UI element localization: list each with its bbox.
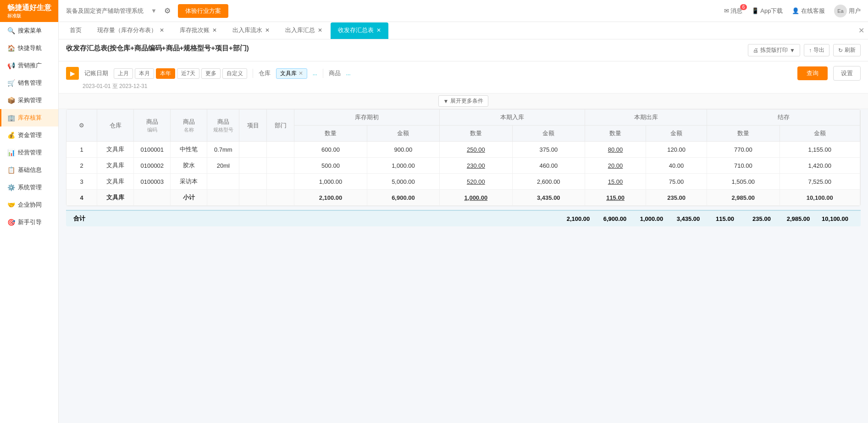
sidebar-icon-6: 💰 — [7, 132, 15, 139]
tab-close-4[interactable]: ✕ — [318, 27, 322, 33]
footer-val-4: 115.00 — [707, 215, 743, 222]
tab-1[interactable]: 现存量（库存分布表）✕ — [90, 22, 171, 39]
export-btn[interactable]: ↑ 导出 — [804, 44, 829, 56]
cell-inbound-qty-3[interactable]: 1,000.00 — [440, 190, 512, 206]
sidebar-item-营销推广[interactable]: 📢营销推广 — [0, 57, 58, 74]
settings-icon[interactable]: ⚙ — [79, 122, 84, 129]
cell-opening-amt-1: 1,000.00 — [367, 158, 439, 174]
cell-code-2: 0100003 — [134, 174, 171, 190]
footer-val-0: 2,100.00 — [560, 215, 597, 222]
user-avatar: Ea — [834, 5, 847, 17]
cell-name-2: 采访本 — [171, 174, 207, 190]
th-balance-qty: 数量 — [707, 126, 780, 142]
th-goods-spec: 商品规格型号 — [207, 110, 239, 142]
th-outbound-amt: 金额 — [646, 126, 707, 142]
date-btn-本月[interactable]: 本月 — [135, 68, 154, 79]
date-btn-自定义[interactable]: 自定义 — [222, 68, 247, 79]
trial-btn[interactable]: 体验行业方案 — [178, 4, 228, 18]
sidebar-icon-5: 🏢 — [7, 114, 15, 121]
warehouse-more-btn[interactable]: ... — [313, 70, 317, 77]
tab-0[interactable]: 首页 — [62, 22, 89, 39]
sidebar-label-2: 营销推广 — [18, 61, 42, 70]
tab-close-2[interactable]: ✕ — [212, 27, 217, 33]
user-btn[interactable]: Ea 用户 — [834, 5, 861, 17]
close-all-tabs-btn[interactable]: ✕ — [858, 26, 864, 35]
tab-3[interactable]: 出入库流水✕ — [225, 22, 277, 39]
date-btn-近7天[interactable]: 近7天 — [177, 68, 199, 79]
sidebar-item-基础信息[interactable]: 📋基础信息 — [0, 161, 58, 179]
refresh-btn[interactable]: ↻ 刷新 — [833, 44, 861, 56]
date-btn-更多[interactable]: 更多 — [201, 68, 221, 79]
filter-toggle-btn[interactable]: ▶ — [66, 67, 79, 80]
cell-inbound-qty-2[interactable]: 520.00 — [440, 174, 512, 190]
th-project: 项目 — [239, 110, 267, 142]
cell-balance-amt-2: 7,525.00 — [780, 174, 860, 190]
cell-inbound-amt-1: 460.00 — [512, 158, 585, 174]
cell-outbound-qty-1[interactable]: 20.00 — [585, 158, 646, 174]
th-warehouse: 仓库 — [97, 110, 134, 142]
sidebar-item-快捷导航[interactable]: 🏠快捷导航 — [0, 39, 58, 57]
cell-spec-2 — [207, 174, 239, 190]
message-badge: 6 — [740, 4, 747, 10]
sidebar-item-系统管理[interactable]: ⚙️系统管理 — [0, 179, 58, 196]
sidebar-item-采购管理[interactable]: 📦采购管理 — [0, 92, 58, 109]
tab-close-3[interactable]: ✕ — [265, 27, 270, 33]
tab-label-2: 库存批次账 — [180, 26, 210, 34]
date-btn-本年[interactable]: 本年 — [156, 68, 175, 79]
online-service-btn[interactable]: 👤 在线客服 — [792, 7, 825, 15]
warehouse-tag[interactable]: 文具库 ✕ — [276, 68, 307, 79]
tab-2[interactable]: 库存批次账✕ — [172, 22, 224, 39]
th-goods-code: 商品编码 — [134, 110, 171, 142]
sidebar-item-企业协同[interactable]: 🤝企业协同 — [0, 196, 58, 214]
sidebar-item-资金管理[interactable]: 💰资金管理 — [0, 126, 58, 144]
print-btn[interactable]: 🖨 拣货版打印 ▼ — [748, 44, 800, 56]
th-opening-qty: 数量 — [294, 126, 367, 142]
cell-inbound-amt-3: 3,435.00 — [512, 190, 585, 206]
cell-outbound-qty-0[interactable]: 80.00 — [585, 142, 646, 158]
sidebar-label-9: 系统管理 — [18, 183, 42, 192]
cell-no-1: 2 — [66, 158, 97, 174]
sidebar-icon-1: 🏠 — [7, 44, 15, 52]
page-title: 收发存汇总表(按仓库+商品编码+商品+规格型号+项目+部门) — [66, 44, 249, 53]
query-btn[interactable]: 查询 — [797, 66, 828, 80]
tab-label-5: 收发存汇总表 — [338, 26, 374, 34]
total-label: 合计 — [73, 214, 165, 223]
expand-conditions-btn[interactable]: ▼ 展开更多条件 — [438, 95, 489, 107]
cell-outbound-qty-3[interactable]: 115.00 — [585, 190, 646, 206]
date-btn-上月[interactable]: 上月 — [114, 68, 133, 79]
sidebar-item-销售管理[interactable]: 🛒销售管理 — [0, 74, 58, 92]
tab-close-5[interactable]: ✕ — [376, 27, 381, 33]
warehouse-remove-icon[interactable]: ✕ — [299, 70, 303, 77]
cell-spec-0: 0.7mm — [207, 142, 239, 158]
sidebar-icon-2: 📢 — [7, 62, 15, 69]
message-btn[interactable]: ✉ 消息 6 — [724, 7, 743, 15]
settings-icon[interactable]: ⚙ — [164, 6, 171, 15]
tab-4[interactable]: 出入库汇总✕ — [278, 22, 330, 39]
footer-val-2: 1,000.00 — [633, 215, 670, 222]
topbar-dropdown-icon[interactable]: ▼ — [151, 7, 157, 14]
goods-more-btn[interactable]: ... — [346, 70, 351, 77]
th-dept: 部门 — [267, 110, 294, 142]
cell-inbound-qty-0[interactable]: 250.00 — [440, 142, 512, 158]
sidebar-icon-9: ⚙️ — [7, 184, 15, 191]
cell-dept-0 — [267, 142, 294, 158]
th-opening: 库存期初 — [294, 110, 440, 126]
header-right: ✉ 消息 6 📱 App下载 👤 在线客服 Ea 用户 — [724, 5, 861, 17]
sidebar-item-新手引导[interactable]: 🎯新手引导 — [0, 214, 58, 231]
tab-close-1[interactable]: ✕ — [160, 27, 164, 33]
sidebar-item-经营管理[interactable]: 📊经营管理 — [0, 144, 58, 161]
cell-project-0 — [239, 142, 267, 158]
tab-5[interactable]: 收发存汇总表✕ — [331, 22, 388, 39]
cell-name-0: 中性笔 — [171, 142, 207, 158]
cell-warehouse-0: 文具库 — [97, 142, 134, 158]
cell-outbound-qty-2[interactable]: 15.00 — [585, 174, 646, 190]
online-service-label: 在线客服 — [801, 7, 825, 14]
cell-inbound-qty-1[interactable]: 230.00 — [440, 158, 512, 174]
cell-project-1 — [239, 158, 267, 174]
th-settings[interactable]: ⚙ — [66, 110, 97, 142]
sidebar-item-搜索菜单[interactable]: 🔍搜索菜单 — [0, 22, 58, 39]
app-download-btn[interactable]: 📱 App下载 — [752, 7, 783, 15]
sidebar: 畅捷通好生意 标准版 🔍搜索菜单🏠快捷导航📢营销推广🛒销售管理📦采购管理🏢库存核… — [0, 0, 59, 423]
setting-btn[interactable]: 设置 — [833, 66, 861, 81]
sidebar-item-库存核算[interactable]: 🏢库存核算 — [0, 109, 58, 126]
